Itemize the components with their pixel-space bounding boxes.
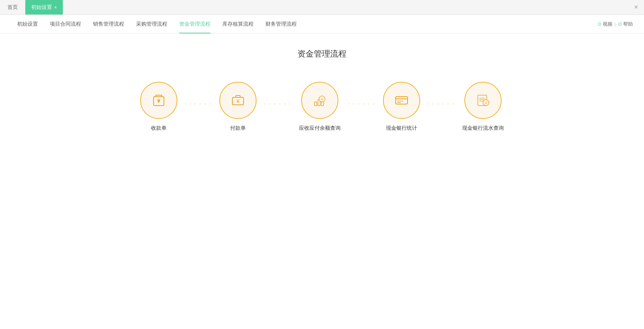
tab-close-icon[interactable]: × [54, 5, 57, 10]
home-tab[interactable]: 首页 [0, 0, 25, 14]
help-icon: ⊙ [618, 21, 622, 27]
connector-1: - - - - - - [177, 101, 220, 106]
svg-rect-9 [396, 97, 408, 104]
cash-bank-icon [392, 91, 411, 110]
video-label: 视频 [603, 21, 612, 28]
step-label-balance-query: 应收应付余额查询 [299, 125, 341, 132]
svg-text:¥: ¥ [321, 97, 323, 101]
nav-item-finance-management[interactable]: 财务管理流程 [260, 15, 303, 33]
flow-step-cash-bank-flow[interactable]: ¥ 现金银行流水查询 [462, 82, 504, 132]
home-label: 首页 [7, 4, 18, 11]
help-label: 帮助 [623, 21, 633, 28]
active-tab-label: 初始设置 [31, 4, 52, 11]
video-help-button[interactable]: ⊙ 视频 [598, 21, 612, 28]
svg-rect-4 [315, 102, 317, 106]
connector-4: - - - - - - [420, 101, 463, 106]
cash-flow-icon: ¥ [474, 91, 492, 110]
connector-2: - - - - - - [257, 101, 299, 106]
active-tab[interactable]: 初始设置 × [25, 0, 63, 14]
connector-3: - - - - - - [341, 101, 383, 106]
nav-right-actions: ⊙ 视频 | ⊙ 帮助 [598, 21, 633, 28]
top-bar: 首页 初始设置 × × [0, 0, 644, 15]
nav-item-initial-setup[interactable]: 初始设置 [11, 15, 44, 33]
page-title: 资金管理流程 [297, 48, 347, 59]
nav-bar: 初始设置 项目合同流程 销售管理流程 采购管理流程 资金管理流程 库存核算流程 … [0, 15, 644, 33]
nav-item-inventory-calculation[interactable]: 库存核算流程 [216, 15, 260, 33]
flow-step-balance-query[interactable]: ¥ 应收应付余额查询 [299, 82, 341, 132]
receipt-icon: ¥ [149, 91, 168, 110]
nav-item-sales-management[interactable]: 销售管理流程 [87, 15, 130, 33]
balance-icon: ¥ [310, 91, 329, 110]
play-icon: ⊙ [598, 21, 602, 27]
step-label-cash-bank-flow: 现金银行流水查询 [462, 125, 504, 132]
top-bar-right: × [634, 3, 644, 11]
main-content: 资金管理流程 ¥ 收款单 [0, 33, 644, 146]
flow-step-receipt[interactable]: ¥ 收款单 [140, 82, 177, 132]
step-circle-receipt: ¥ [140, 82, 177, 119]
nav-item-project-contract[interactable]: 项目合同流程 [44, 15, 87, 33]
step-circle-payment: ¥ [219, 82, 257, 119]
step-label-cash-bank-stats: 现金银行统计 [386, 125, 417, 132]
step-label-payment: 付款单 [230, 125, 246, 132]
nav-item-fund-management[interactable]: 资金管理流程 [173, 15, 216, 33]
flow-step-payment[interactable]: ¥ 付款单 [219, 82, 257, 132]
payment-icon: ¥ [229, 91, 247, 110]
svg-text:¥: ¥ [236, 98, 239, 104]
flow-steps: ¥ 收款单 - - - - - - [99, 82, 545, 132]
step-label-receipt: 收款单 [151, 125, 167, 132]
nav-item-purchase-management[interactable]: 采购管理流程 [130, 15, 173, 33]
step-circle-cash-bank-flow: ¥ [464, 82, 502, 119]
window-close-button[interactable]: × [634, 3, 638, 11]
help-button[interactable]: ⊙ 帮助 [618, 21, 633, 28]
step-circle-cash-bank-stats [383, 82, 420, 119]
step-circle-balance-query: ¥ [301, 82, 338, 119]
flow-step-cash-bank-stats[interactable]: 现金银行统计 [383, 82, 420, 132]
